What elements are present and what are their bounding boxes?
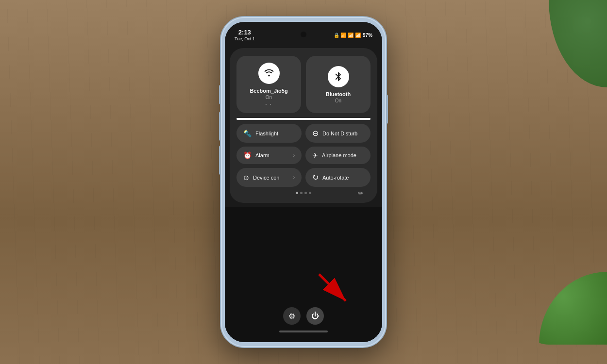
flashlight-tile[interactable]: 🔦 Flashlight — [236, 124, 302, 143]
camera-notch — [301, 32, 306, 37]
dnd-icon: ⊖ — [312, 129, 319, 138]
bluetooth-tile[interactable]: Bluetooth On — [306, 56, 371, 113]
wifi-icon — [258, 63, 280, 84]
brightness-slider[interactable] — [236, 118, 371, 120]
power-button — [386, 95, 388, 124]
wifi-tile-dots: • • — [266, 102, 272, 106]
device-controls-icon: ⊙ — [243, 174, 249, 182]
home-indicator[interactable] — [279, 331, 328, 332]
bottom-area: ⚙ ⏻ — [225, 207, 382, 342]
device-controls-tile[interactable]: ⊙ Device con › — [236, 168, 302, 187]
battery-percent: 97% — [363, 33, 372, 38]
airplane-mode-tile[interactable]: ✈ Airplane mode — [305, 147, 371, 164]
pagination-dot-1 — [296, 192, 298, 194]
pagination-dot-2 — [300, 192, 303, 194]
do-not-disturb-tile[interactable]: ⊖ Do Not Disturb — [305, 124, 371, 143]
edit-icon[interactable]: ✏ — [358, 189, 364, 197]
auto-rotate-tile[interactable]: ↻ Auto-rotate — [305, 168, 371, 187]
power-icon: ⏻ — [311, 312, 319, 320]
phone-frame: 2:13 Tue, Oct 1 🔒 📶 📶 📶 97% — [221, 17, 386, 347]
wifi-tile-status: On — [266, 95, 272, 100]
airplane-label: Airplane mode — [322, 152, 364, 158]
airplane-icon: ✈ — [312, 151, 318, 159]
bottom-icons-row: ⚙ ⏻ — [283, 307, 324, 325]
status-date: Tue, Oct 1 — [235, 36, 255, 41]
pagination-dot-4 — [309, 192, 311, 194]
settings-button[interactable]: ⚙ — [283, 307, 301, 325]
status-right-icons: 🔒 📶 📶 📶 97% — [334, 33, 372, 38]
alarm-label: Alarm — [255, 152, 289, 158]
dnd-label: Do Not Disturb — [322, 131, 364, 136]
volume-down-button — [219, 146, 221, 175]
large-tiles-row: Beebom_Jio5g On • • Bluetooth On — [236, 56, 371, 113]
bluetooth-tile-status: On — [335, 98, 341, 103]
alarm-tile[interactable]: ⏰ Alarm › — [236, 147, 302, 164]
device-controls-chevron: › — [293, 175, 295, 180]
wifi-tile[interactable]: Beebom_Jio5g On • • — [236, 56, 301, 113]
auto-rotate-label: Auto-rotate — [322, 175, 364, 181]
quick-settings-panel: Beebom_Jio5g On • • Bluetooth On — [230, 48, 377, 203]
silent-button — [219, 85, 221, 104]
phone-screen: 2:13 Tue, Oct 1 🔒 📶 📶 📶 97% — [225, 22, 382, 342]
bluetooth-tile-name: Bluetooth — [326, 91, 351, 97]
flashlight-label: Flashlight — [255, 131, 295, 136]
volume-up-button — [219, 112, 221, 141]
wifi-tile-name: Beebom_Jio5g — [250, 88, 287, 94]
bluetooth-icon — [328, 66, 349, 87]
red-arrow — [314, 269, 353, 308]
status-icons: 🔒 📶 📶 📶 — [334, 33, 361, 38]
pagination-row: ✏ — [236, 187, 371, 196]
small-tiles-grid: 🔦 Flashlight ⊖ Do Not Disturb ⏰ Alarm › … — [236, 124, 371, 187]
settings-icon: ⚙ — [288, 312, 295, 321]
auto-rotate-icon: ↻ — [312, 173, 319, 182]
flashlight-icon: 🔦 — [243, 130, 252, 137]
power-button-icon[interactable]: ⏻ — [306, 307, 324, 325]
device-controls-label: Device con — [253, 175, 289, 181]
status-time: 2:13 — [238, 29, 251, 36]
alarm-icon: ⏰ — [243, 151, 252, 159]
pagination-dot-3 — [304, 192, 307, 194]
alarm-chevron: › — [293, 153, 295, 158]
svg-line-1 — [319, 274, 346, 301]
